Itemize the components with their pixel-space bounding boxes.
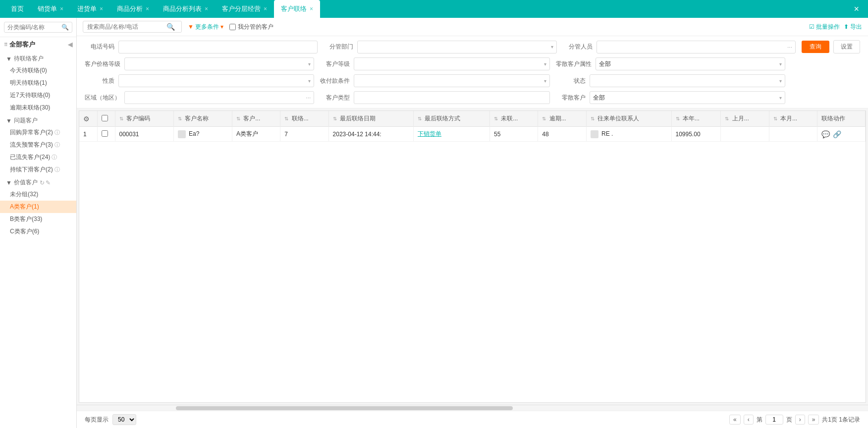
dept-select[interactable]: ▾	[357, 41, 556, 54]
prev-page-btn[interactable]: ‹	[744, 415, 754, 425]
th-gear[interactable]: ⚙	[79, 111, 97, 127]
phone-input[interactable]	[118, 41, 318, 54]
my-customers-checkbox[interactable]	[229, 24, 236, 30]
nav-customer-contact-close[interactable]: ×	[310, 5, 313, 12]
value-customers-group[interactable]: ▼ 价值客户 ↻ ✎	[0, 176, 76, 188]
nav-customer-tier[interactable]: 客户分层经营 ×	[215, 0, 274, 18]
filter-search-box[interactable]: 🔍	[83, 21, 182, 33]
sidebar-item-declining[interactable]: 持续下滑客户(2) ⓘ	[0, 163, 76, 176]
sort-icon-method[interactable]: ⇅	[418, 116, 422, 121]
sort-icon-name[interactable]: ⇅	[178, 116, 182, 121]
sort-icon-contact[interactable]: ⇅	[284, 116, 288, 121]
nav-sales-close[interactable]: ×	[60, 5, 63, 12]
filter-row-2: 客户价格等级 ▾ 客户等级 ▾ 零散客户属性 全部	[85, 57, 860, 70]
collapse-icon[interactable]: ◀	[68, 41, 72, 48]
sidebar-search-icon[interactable]: 🔍	[61, 24, 69, 31]
sort-icon-year[interactable]: ⇅	[676, 116, 680, 121]
col-uncontact-label: 未联...	[501, 115, 518, 122]
person-label: 分管人员	[563, 43, 593, 51]
query-btn[interactable]: 查询	[802, 41, 829, 53]
status-select[interactable]: ▾	[590, 74, 785, 87]
nav-sales[interactable]: 销货单 ×	[31, 0, 70, 18]
filter-search-icon[interactable]: 🔍	[166, 23, 175, 31]
sidebar-item-churn-warning[interactable]: 流失预警客户(3) ⓘ	[0, 139, 76, 151]
row-last-method[interactable]: 下销货单	[414, 127, 490, 142]
customer-level-select[interactable]: ▾	[354, 57, 549, 70]
help-icon-2[interactable]: ⓘ	[54, 141, 60, 149]
row-checkbox[interactable]	[102, 130, 108, 137]
sidebar-item-churned[interactable]: 已流失客户(24) ⓘ	[0, 151, 76, 163]
filter-search-input[interactable]	[87, 23, 166, 30]
sort-icon-uncontact[interactable]: ⇅	[494, 116, 498, 121]
chevron-down-icon: ▾	[220, 23, 223, 30]
sort-icon-overdue[interactable]: ⇅	[542, 116, 546, 121]
select-all-checkbox[interactable]	[102, 115, 108, 121]
refresh-icon[interactable]: ↻	[40, 179, 45, 186]
region-select[interactable]: ···	[124, 91, 314, 104]
sidebar-item-overdue[interactable]: 逾期未联络(30)	[0, 102, 76, 114]
ungroup-label: 未分组(32)	[10, 190, 38, 199]
arrow-down-icon2: ▼	[6, 117, 12, 124]
close-all-tabs[interactable]: ×	[849, 4, 864, 14]
th-code: ⇅ 客户编码	[115, 111, 173, 127]
scrollbar-thumb[interactable]	[176, 406, 513, 410]
nav-customer-tier-close[interactable]: ×	[264, 5, 267, 12]
batch-operation-btn[interactable]: ☑ 批量操作	[809, 23, 840, 31]
person-dots-icon: ···	[787, 44, 792, 51]
price-level-label: 客户价格等级	[85, 60, 120, 68]
retail-attr-select[interactable]: 全部 ▾	[596, 57, 785, 70]
sidebar-item-class-c[interactable]: C类客户(6)	[0, 225, 76, 238]
price-level-select[interactable]: ▾	[124, 57, 314, 70]
sidebar-item-tomorrow[interactable]: 明天待联络(1)	[0, 77, 76, 89]
nav-goods-analysis-list[interactable]: 商品分析列表 ×	[156, 0, 215, 18]
sidebar-item-today[interactable]: 今天待联络(0)	[0, 64, 76, 77]
th-checkbox[interactable]	[97, 111, 115, 127]
help-icon-1[interactable]: ⓘ	[54, 129, 60, 136]
nature-select[interactable]: ▾	[118, 74, 314, 87]
sort-icon-date[interactable]: ⇅	[333, 116, 337, 121]
last-method-link[interactable]: 下销货单	[418, 130, 441, 137]
nav-purchase[interactable]: 进货单 ×	[70, 0, 110, 18]
problem-customers-group[interactable]: ▼ 问题客户	[0, 114, 76, 126]
nav-home[interactable]: 首页	[4, 0, 31, 18]
page-size-select[interactable]: 50	[112, 414, 136, 425]
link-icon[interactable]: 🔗	[833, 130, 841, 138]
horizontal-scrollbar[interactable]	[77, 405, 868, 411]
help-icon-3[interactable]: ⓘ	[52, 154, 57, 161]
last-page-btn[interactable]: »	[808, 415, 819, 425]
settings-btn[interactable]: 设置	[833, 40, 860, 54]
nav-goods-analysis[interactable]: 商品分析 ×	[110, 0, 156, 18]
sidebar-item-repurchase[interactable]: 回购异常客户(2) ⓘ	[0, 126, 76, 139]
gear-icon[interactable]: ⚙	[83, 115, 90, 123]
sort-icon-month[interactable]: ⇅	[773, 116, 777, 121]
person-select[interactable]: ···	[597, 41, 796, 54]
sidebar-item-7days[interactable]: 近7天待联络(0)	[0, 89, 76, 102]
more-conditions-btn[interactable]: ▼ 更多条件 ▾	[188, 23, 223, 31]
row-checkbox-cell[interactable]	[97, 127, 115, 142]
nav-purchase-close[interactable]: ×	[100, 5, 103, 12]
pending-contact-group[interactable]: ▼ 待联络客户	[0, 52, 76, 64]
export-btn[interactable]: ⬆ 导出	[844, 23, 862, 31]
nav-goods-analysis-list-close[interactable]: ×	[205, 5, 208, 12]
edit-icon[interactable]: ✎	[46, 179, 51, 186]
sidebar-item-class-b[interactable]: B类客户(33)	[0, 213, 76, 225]
sort-icon-type[interactable]: ⇅	[236, 116, 240, 121]
col-overdue-label: 逾期...	[549, 115, 566, 122]
help-icon-4[interactable]: ⓘ	[54, 166, 60, 173]
nav-goods-analysis-close[interactable]: ×	[146, 5, 149, 12]
nav-customer-contact[interactable]: 客户联络 ×	[274, 0, 320, 18]
sidebar-item-class-a[interactable]: A类客户(1)	[0, 201, 76, 213]
all-customers-header[interactable]: ⠿ 全部客户 ◀	[0, 37, 76, 52]
first-page-btn[interactable]: «	[729, 415, 741, 425]
chat-icon[interactable]: 💬	[821, 130, 830, 138]
sort-icon-lmonth[interactable]: ⇅	[725, 116, 729, 121]
payment-select[interactable]: ▾	[354, 74, 549, 87]
retail-select[interactable]: 全部 ▾	[590, 91, 785, 104]
sort-icon-person[interactable]: ⇅	[591, 116, 595, 121]
next-page-btn[interactable]: ›	[795, 415, 805, 425]
pagination-right: « ‹ 第 页 › » 共1页 1条记录	[729, 415, 860, 425]
sort-icon-code[interactable]: ⇅	[119, 116, 123, 121]
customer-type-select[interactable]	[354, 91, 549, 104]
sidebar-item-ungroup[interactable]: 未分组(32)	[0, 188, 76, 201]
page-number-input[interactable]	[765, 415, 783, 425]
